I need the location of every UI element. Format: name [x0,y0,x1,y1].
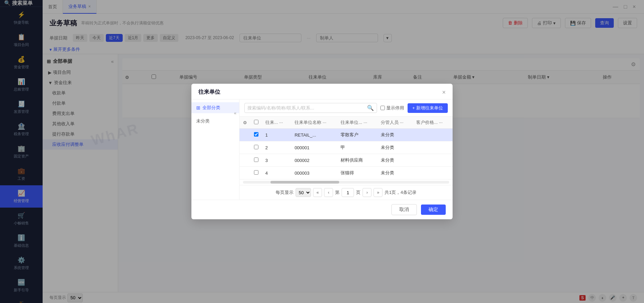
dialog-cat-collapse-btn[interactable]: « [234,110,236,116]
row-select[interactable] [254,145,258,149]
page-input[interactable] [342,188,354,197]
row-select[interactable] [254,170,258,175]
row-manager [413,154,453,167]
row-name: 张猫得 [337,167,377,179]
dialog-table-row[interactable]: 1 RETAIL_... 零散客户 未分类 [240,129,453,141]
dialog-body: ⊞ 全部分类 « 未分类 🔍 [191,100,453,200]
confirm-button[interactable]: 确定 [421,205,446,215]
dialog-right-panel: 🔍 显示停用 + 新增往来单位 ⚙ [240,100,453,200]
pag-last-btn[interactable]: » [374,188,382,197]
row-checkbox [251,154,262,167]
row-category: 未分类 [377,141,413,154]
pag-prev-btn[interactable]: ‹ [324,188,333,197]
dialog-overlay[interactable]: 往来单位 × ⊞ 全部分类 « 未分类 [0,0,644,303]
dialog-select-all[interactable] [254,120,258,124]
show-disabled-checkbox[interactable] [380,106,385,110]
row-code: 000003 [291,167,337,179]
row-settings [240,167,251,179]
dialog-table-row[interactable]: 4 000003 张猫得 未分类 [240,167,453,179]
dth-checkbox [251,117,262,129]
dialog-title: 往来单位 [198,89,220,96]
dialog-table-row[interactable]: 2 000001 甲 未分类 [240,141,453,154]
dialog-close-btn[interactable]: × [442,89,446,95]
partner-dialog: 往来单位 × ⊞ 全部分类 « 未分类 [191,84,453,219]
row-code: 000002 [291,154,337,167]
dth-code: 往来... ··· [262,117,291,129]
cancel-button[interactable]: 取消 [391,204,417,215]
dialog-header: 往来单位 × [191,84,453,100]
row-no: 3 [262,154,291,167]
search-icon: 🔍 [367,105,374,111]
dialog-pagination: 每页显示 50 « ‹ 第 页 › » 共1页，4条记录 [240,185,453,200]
row-checkbox [251,129,262,141]
dialog-search-input[interactable] [247,105,365,110]
row-code: 000001 [291,141,337,154]
dth-name: 往来单位名称 ··· [291,117,337,129]
dialog-search-row: 🔍 显示停用 + 新增往来单位 [240,100,453,117]
row-select[interactable] [254,132,258,137]
row-no: 4 [262,167,291,179]
per-page-select[interactable]: 50 [296,188,311,197]
page-suffix: 页 [356,189,360,196]
row-settings [240,129,251,141]
dialog-table-row[interactable]: 3 000002 材料供应商 未分类 [240,154,453,167]
pag-next-btn[interactable]: › [363,188,371,197]
show-disabled-label[interactable]: 显示停用 [380,105,404,111]
row-manager [413,141,453,154]
dth-manager: 分管人员 ··· [377,117,413,129]
page-label: 第 [335,189,340,196]
dialog-scrollbar-thumb [270,181,339,184]
new-partner-button[interactable]: + 新增往来单位 [408,103,448,113]
row-checkbox [251,167,262,179]
dth-category: 往来单位... ··· [337,117,377,129]
pag-first-btn[interactable]: « [313,188,322,197]
row-name: 材料供应商 [337,154,377,167]
total-label: 共1页，4条记录 [385,189,416,196]
row-checkbox [251,141,262,154]
row-category: 未分类 [377,154,413,167]
dialog-table: ⚙ 往来... ··· 往来单位名称 ··· 往来单位... ··· 分管人员 … [240,117,453,179]
row-name: 甲 [337,141,377,154]
row-no: 1 [262,129,291,141]
row-settings [240,141,251,154]
dth-settings: ⚙ [240,117,251,129]
dialog-left-panel: ⊞ 全部分类 « 未分类 [191,100,240,200]
row-settings [240,154,251,167]
row-manager [413,167,453,179]
row-code: RETAIL_... [291,129,337,141]
row-select[interactable] [254,158,258,162]
dialog-cat-uncategorized[interactable]: 未分类 [191,116,239,127]
row-category: 未分类 [377,129,413,141]
per-page-label: 每页显示 [276,189,293,196]
dialog-footer: 取消 确定 [191,200,453,219]
dialog-scrollbar[interactable] [243,181,449,184]
dialog-table-header: ⚙ 往来... ··· 往来单位名称 ··· 往来单位... ··· 分管人员 … [240,117,453,129]
dialog-table-wrap: ⚙ 往来... ··· 往来单位名称 ··· 往来单位... ··· 分管人员 … [240,117,453,179]
row-no: 2 [262,141,291,154]
row-manager [413,129,453,141]
search-input-wrap: 🔍 [244,103,377,113]
row-name: 零散客户 [337,129,377,141]
cat-all-icon: ⊞ [196,105,200,110]
dth-price: 客户价格... ··· [413,117,453,129]
row-category: 未分类 [377,167,413,179]
